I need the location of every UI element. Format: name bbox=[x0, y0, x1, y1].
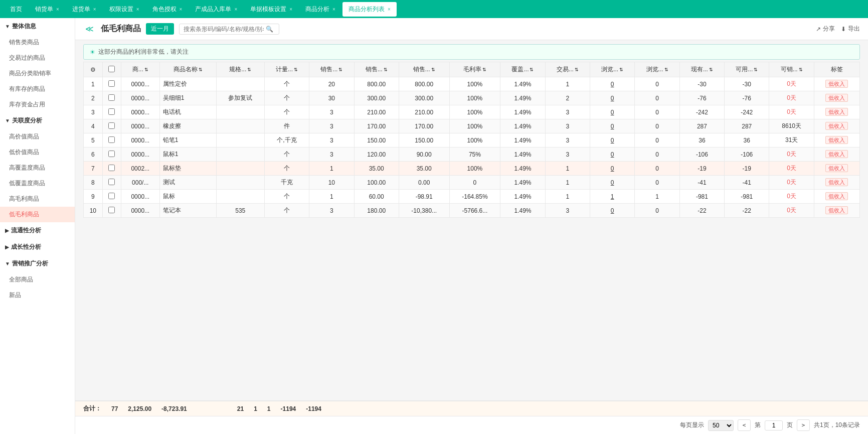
sidebar-section-correlation[interactable]: ▼ 关联度分析 bbox=[0, 112, 75, 129]
row-checkbox[interactable] bbox=[108, 94, 115, 101]
nav-product-analysis[interactable]: 商品分析 × bbox=[299, 2, 341, 17]
page-size-select[interactable]: 50 100 200 bbox=[708, 420, 734, 431]
col-checkbox[interactable] bbox=[102, 62, 121, 77]
cell-browse1[interactable]: 0 bbox=[590, 204, 635, 218]
sidebar-item-low-coverage[interactable]: 低覆盖度商品 bbox=[0, 176, 75, 191]
cell-checkbox[interactable] bbox=[102, 119, 121, 133]
cell-browse1[interactable]: 0 bbox=[590, 119, 635, 133]
nav-purchase-order[interactable]: 进货单 × bbox=[66, 2, 102, 17]
cell-browse1[interactable]: 0 bbox=[590, 133, 635, 148]
sidebar-item-high-gross[interactable]: 高毛利商品 bbox=[0, 191, 75, 207]
cell-browse1[interactable]: 0 bbox=[590, 176, 635, 190]
cell-checkbox[interactable] bbox=[102, 162, 121, 176]
cell-browse1[interactable]: 0 bbox=[590, 148, 635, 162]
cell-checkbox[interactable] bbox=[102, 77, 121, 91]
row-checkbox[interactable] bbox=[108, 179, 115, 185]
col-saleable[interactable]: 可销... ⇅ bbox=[769, 62, 814, 77]
sidebar-section-overview[interactable]: ▼ 整体信息 bbox=[0, 18, 75, 35]
nav-sales-order[interactable]: 销货单 × bbox=[29, 2, 65, 17]
select-all-checkbox[interactable] bbox=[108, 66, 115, 72]
col-browse2[interactable]: 浏览... ⇅ bbox=[635, 62, 679, 77]
row-checkbox[interactable] bbox=[108, 165, 115, 171]
row-checkbox[interactable] bbox=[108, 122, 115, 129]
sidebar-item-low-gross[interactable]: 低毛利商品 bbox=[0, 207, 75, 222]
nav-role-auth[interactable]: 角色授权 × bbox=[146, 2, 189, 17]
cell-checkbox[interactable] bbox=[102, 91, 121, 105]
sidebar-item-new-goods[interactable]: 新品 bbox=[0, 287, 75, 303]
search-icon[interactable]: 🔍 bbox=[266, 26, 273, 33]
row-checkbox[interactable] bbox=[108, 193, 115, 199]
sidebar-item-all-goods[interactable]: 全部商品 bbox=[0, 272, 75, 287]
col-code[interactable]: 商... ⇅ bbox=[121, 62, 159, 77]
search-input[interactable] bbox=[184, 26, 264, 33]
row-checkbox[interactable] bbox=[108, 80, 115, 87]
nav-home[interactable]: 首页 bbox=[4, 2, 28, 17]
row-checkbox[interactable] bbox=[108, 108, 115, 115]
row-checkbox[interactable] bbox=[108, 207, 115, 213]
col-unit[interactable]: 计量... ⇅ bbox=[264, 62, 309, 77]
col-settings[interactable]: ⚙ bbox=[84, 62, 103, 77]
row-checkbox[interactable] bbox=[108, 136, 115, 143]
sidebar-item-category-rate[interactable]: 商品分类助销率 bbox=[0, 66, 75, 81]
cell-browse1[interactable]: 0 bbox=[590, 105, 635, 119]
col-price[interactable]: 销售... ⇅ bbox=[354, 62, 399, 77]
cell-browse1[interactable]: 0 bbox=[590, 162, 635, 176]
sidebar-item-high-coverage[interactable]: 高覆盖度商品 bbox=[0, 160, 75, 176]
cell-checkbox[interactable] bbox=[102, 148, 121, 162]
sidebar-item-high-value[interactable]: 高价值商品 bbox=[0, 129, 75, 144]
nav-template-settings[interactable]: 单据模板设置 × bbox=[244, 2, 298, 17]
sidebar-item-traded-goods[interactable]: 交易过的商品 bbox=[0, 50, 75, 66]
col-gross-rate[interactable]: 毛利率 ⇅ bbox=[449, 62, 500, 77]
col-stock[interactable]: 现有... ⇅ bbox=[679, 62, 724, 77]
browse1-link[interactable]: 0 bbox=[611, 109, 614, 116]
sidebar-item-stock-capital[interactable]: 库存资金占用 bbox=[0, 97, 75, 112]
browse1-link[interactable]: 0 bbox=[611, 95, 614, 102]
nav-close-analysis[interactable]: × bbox=[332, 7, 335, 12]
browse1-link[interactable]: 0 bbox=[611, 207, 614, 214]
cell-checkbox[interactable] bbox=[102, 176, 121, 190]
col-browse1[interactable]: 浏览... ⇅ bbox=[590, 62, 635, 77]
sidebar-section-liquidity[interactable]: ▶ 流通性分析 bbox=[0, 222, 75, 239]
nav-close-permissions[interactable]: × bbox=[136, 7, 139, 12]
col-spec[interactable]: 规格... ⇅ bbox=[216, 62, 264, 77]
cell-browse1[interactable]: 1 bbox=[590, 190, 635, 204]
col-avail[interactable]: 可用... ⇅ bbox=[725, 62, 769, 77]
cell-browse1[interactable]: 0 bbox=[590, 77, 635, 91]
nav-close-template[interactable]: × bbox=[289, 7, 292, 12]
page-number-input[interactable] bbox=[765, 420, 783, 430]
cell-browse1[interactable]: 0 bbox=[590, 91, 635, 105]
nav-close-purchase[interactable]: × bbox=[93, 7, 96, 12]
sidebar-section-marketing[interactable]: ▼ 营销推广分析 bbox=[0, 255, 75, 272]
nav-product-entry[interactable]: 产成品入库单 × bbox=[189, 2, 243, 17]
nav-close-analysis-list[interactable]: × bbox=[388, 7, 391, 12]
col-sales[interactable]: 销售... ⇅ bbox=[399, 62, 449, 77]
sidebar-collapse-btn[interactable]: ≪ bbox=[83, 24, 96, 34]
nav-close-product[interactable]: × bbox=[234, 7, 237, 12]
col-name[interactable]: 商品名称 ⇅ bbox=[159, 62, 216, 77]
nav-permissions[interactable]: 权限设置 × bbox=[103, 2, 145, 17]
browse1-link[interactable]: 0 bbox=[611, 165, 614, 172]
export-button[interactable]: ⬇ 导出 bbox=[841, 25, 860, 33]
nav-close-sales[interactable]: × bbox=[56, 7, 59, 12]
sidebar-item-sales-goods[interactable]: 销售类商品 bbox=[0, 35, 75, 50]
cell-checkbox[interactable] bbox=[102, 204, 121, 218]
browse1-link[interactable]: 0 bbox=[611, 179, 614, 186]
col-tag[interactable]: 标签 bbox=[814, 62, 859, 77]
row-checkbox[interactable] bbox=[108, 151, 115, 157]
nav-close-role[interactable]: × bbox=[180, 7, 183, 12]
sidebar-section-growth[interactable]: ▶ 成长性分析 bbox=[0, 239, 75, 255]
browse1-link[interactable]: 0 bbox=[611, 123, 614, 130]
browse1-link[interactable]: 0 bbox=[611, 151, 614, 158]
cell-checkbox[interactable] bbox=[102, 133, 121, 148]
share-button[interactable]: ↗ 分享 bbox=[816, 25, 835, 33]
col-qty[interactable]: 销售... ⇅ bbox=[309, 62, 354, 77]
nav-product-analysis-list[interactable]: 商品分析列表 × bbox=[342, 2, 397, 17]
next-page-button[interactable]: ＞ bbox=[797, 419, 810, 431]
sidebar-item-stocked-goods[interactable]: 有库存的商品 bbox=[0, 81, 75, 97]
browse1-link[interactable]: 0 bbox=[611, 137, 614, 144]
settings-icon[interactable]: ⚙ bbox=[90, 66, 96, 73]
col-coverage[interactable]: 覆盖... ⇅ bbox=[500, 62, 545, 77]
browse1-link[interactable]: 1 bbox=[611, 193, 614, 200]
col-trade[interactable]: 交易... ⇅ bbox=[545, 62, 590, 77]
prev-page-button[interactable]: ＜ bbox=[738, 419, 751, 431]
